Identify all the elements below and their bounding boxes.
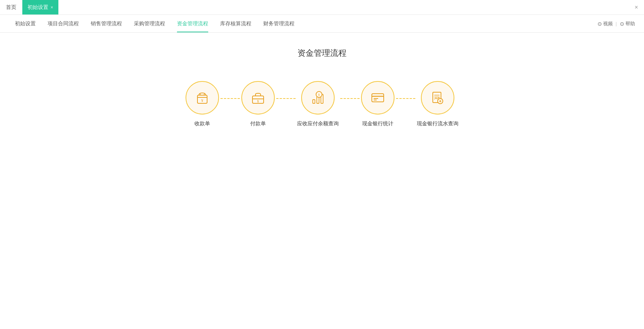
- receipt-label: 收款单: [194, 120, 210, 127]
- payment-icon-circle: ¥: [241, 81, 275, 114]
- home-tab[interactable]: 首页: [0, 0, 22, 14]
- help-icon: ⊙: [620, 21, 624, 27]
- cashbank-svg-icon: [369, 89, 386, 106]
- connector-line-1: [220, 98, 240, 99]
- tab-label: 初始设置: [28, 4, 48, 11]
- top-bar: 首页 初始设置 × ×: [0, 0, 644, 15]
- nav-label-initial: 初始设置: [15, 20, 36, 27]
- active-tab[interactable]: 初始设置 ×: [22, 0, 58, 14]
- home-label: 首页: [6, 4, 16, 11]
- connector-1: [219, 98, 241, 110]
- window-close-button[interactable]: ×: [629, 4, 644, 11]
- nav-label-inventory: 库存核算流程: [220, 20, 251, 27]
- connector-3: [339, 98, 361, 110]
- payment-label: 付款单: [250, 120, 266, 127]
- video-link[interactable]: ⊙ 视频: [598, 20, 613, 27]
- nav-item-purchase[interactable]: 采购管理流程: [128, 15, 171, 32]
- svg-rect-11: [372, 94, 384, 102]
- svg-text:¥: ¥: [318, 93, 320, 97]
- receipt-svg-icon: ¥: [194, 89, 211, 106]
- nav-item-finance[interactable]: 财务管理流程: [257, 15, 300, 32]
- payment-svg-icon: ¥: [249, 89, 267, 106]
- balance-svg-icon: ¥: [309, 89, 326, 106]
- nav-bar: 初始设置 项目合同流程 销售管理流程 采购管理流程 资金管理流程 库存核算流程 …: [0, 15, 644, 33]
- connector-line-4: [396, 98, 415, 99]
- statement-label: 现金银行流水查询: [417, 120, 458, 127]
- nav-divider: |: [616, 21, 617, 26]
- nav-label-finance: 财务管理流程: [263, 20, 294, 27]
- balance-label: 应收应付余额查询: [297, 120, 339, 127]
- connector-2: [275, 98, 297, 110]
- page-title: 资金管理流程: [297, 48, 347, 59]
- tab-close-icon[interactable]: ×: [51, 5, 53, 10]
- nav-label-project: 项目合同流程: [48, 20, 79, 27]
- nav-right: ⊙ 视频 | ⊙ 帮助: [598, 20, 635, 27]
- flow-container: ¥ 收款单 ¥ 付款单: [186, 81, 458, 127]
- connector-line-2: [276, 98, 296, 99]
- nav-item-inventory[interactable]: 库存核算流程: [214, 15, 257, 32]
- nav-label-sales: 销售管理流程: [91, 20, 122, 27]
- nav-label-capital: 资金管理流程: [177, 20, 208, 27]
- circle-play-icon: ⊙: [598, 21, 602, 27]
- cashbank-icon-circle: [361, 81, 395, 114]
- nav-item-project[interactable]: 项目合同流程: [42, 15, 85, 32]
- svg-rect-6: [313, 100, 315, 103]
- receipt-icon-circle: ¥: [186, 81, 219, 114]
- flow-item-cashbank[interactable]: 现金银行统计: [361, 81, 395, 127]
- flow-item-payment[interactable]: ¥ 付款单: [241, 81, 275, 127]
- statement-svg-icon: +: [429, 89, 446, 106]
- video-label: 视频: [603, 20, 613, 27]
- connector-4: [395, 98, 417, 110]
- nav-item-initial[interactable]: 初始设置: [9, 15, 42, 32]
- nav-label-purchase: 采购管理流程: [134, 20, 165, 27]
- cashbank-label: 现金银行统计: [362, 120, 393, 127]
- statement-icon-circle: +: [421, 81, 454, 114]
- nav-item-capital[interactable]: 资金管理流程: [171, 15, 214, 32]
- main-content: 资金管理流程 ¥ 收款单: [0, 33, 644, 142]
- flow-item-balance[interactable]: ¥ 应收应付余额查询: [297, 81, 339, 127]
- nav-item-sales[interactable]: 销售管理流程: [85, 15, 128, 32]
- help-label: 帮助: [625, 20, 635, 27]
- balance-icon-circle: ¥: [301, 81, 335, 114]
- flow-item-statement[interactable]: + 现金银行流水查询: [417, 81, 458, 127]
- svg-text:¥: ¥: [201, 98, 203, 103]
- flow-item-receipt[interactable]: ¥ 收款单: [186, 81, 219, 127]
- connector-line-3: [340, 98, 360, 99]
- help-link[interactable]: ⊙ 帮助: [620, 20, 635, 27]
- svg-text:¥: ¥: [257, 99, 259, 103]
